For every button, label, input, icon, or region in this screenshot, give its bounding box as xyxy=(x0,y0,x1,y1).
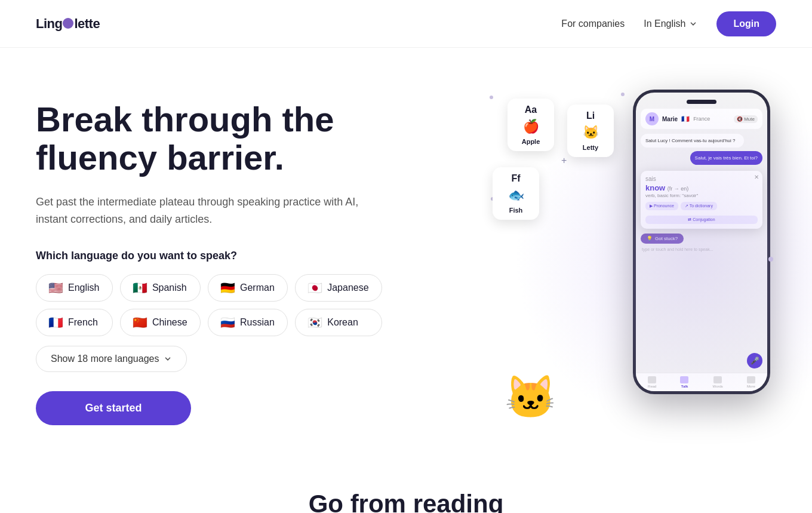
lang-btn-japanese[interactable]: 🇯🇵 Japanese xyxy=(295,274,382,302)
flashcard-li: Li 🐱 Letty xyxy=(567,105,614,157)
lang-label-japanese: Japanese xyxy=(327,282,368,293)
lang-label-russian: Russian xyxy=(240,317,275,328)
bottom-section: Go from reading xyxy=(0,466,812,513)
flashcard-ff-emoji: 🐟 xyxy=(508,188,524,203)
lang-btn-korean[interactable]: 🇰🇷 Korean xyxy=(295,309,382,336)
lang-btn-russian[interactable]: 🇷🇺 Russian xyxy=(208,309,288,336)
dot1 xyxy=(490,96,493,99)
flag-english: 🇺🇸 xyxy=(48,282,63,294)
nav-language-selector[interactable]: In English xyxy=(644,19,697,29)
lang-label-chinese: Chinese xyxy=(152,317,187,328)
lang-btn-english[interactable]: 🇺🇸 English xyxy=(36,274,113,302)
flag-korean: 🇰🇷 xyxy=(307,317,322,328)
language-grid: 🇺🇸 English 🇲🇽 Spanish 🇩🇪 German 🇯🇵 Japan… xyxy=(36,274,382,336)
lang-btn-chinese[interactable]: 🇨🇳 Chinese xyxy=(120,309,201,336)
lang-btn-spanish[interactable]: 🇲🇽 Spanish xyxy=(120,274,201,302)
flag-japanese: 🇯🇵 xyxy=(307,282,322,294)
hero-section: Break through the fluency barrier. Get p… xyxy=(0,48,812,466)
lang-label-korean: Korean xyxy=(327,317,358,328)
cat-mascot: 🐱 xyxy=(505,376,556,418)
flashcard-aa: Aa 🍎 Apple xyxy=(508,99,554,151)
flashcard-ff-label: Fish xyxy=(509,207,523,214)
header: Linglette For companies In English Login xyxy=(0,0,812,48)
flag-french: 🇫🇷 xyxy=(48,317,63,328)
flashcard-aa-emoji: 🍎 xyxy=(523,119,539,134)
lang-btn-german[interactable]: 🇩🇪 German xyxy=(208,274,288,302)
flashcard-ff-letter: Ff xyxy=(511,173,520,184)
lang-label-spanish: Spanish xyxy=(152,282,187,293)
logo[interactable]: Linglette xyxy=(36,16,100,32)
flashcard-li-letter: Li xyxy=(586,110,595,121)
lang-label-english: English xyxy=(68,282,99,293)
flashcard-ff: Ff 🐟 Fish xyxy=(493,167,539,220)
login-button[interactable]: Login xyxy=(716,11,776,36)
flashcard-aa-label: Apple xyxy=(522,138,540,145)
flashcard-li-label: Letty xyxy=(583,144,598,151)
logo-o-icon xyxy=(63,18,73,29)
flag-chinese: 🇨🇳 xyxy=(133,317,147,328)
chevron-down-icon xyxy=(689,20,697,28)
lang-label-french: French xyxy=(68,317,98,328)
hero-left: Break through the fluency barrier. Get p… xyxy=(36,100,382,425)
flag-german: 🇩🇪 xyxy=(220,282,235,294)
language-question: Which language do you want to speak? xyxy=(36,250,382,262)
get-started-button[interactable]: Get started xyxy=(36,391,191,425)
show-more-languages-button[interactable]: Show 18 more languages xyxy=(36,346,187,372)
hero-title: Break through the fluency barrier. xyxy=(36,100,382,177)
bottom-hint-text: Go from reading xyxy=(36,490,776,513)
nav-language-label: In English xyxy=(644,19,685,29)
header-nav: For companies In English Login xyxy=(561,11,776,36)
hero-subtitle: Get past the intermediate plateau throug… xyxy=(36,193,382,228)
flag-spanish: 🇲🇽 xyxy=(133,282,147,294)
nav-companies-link[interactable]: For companies xyxy=(561,19,625,29)
flashcard-li-emoji: 🐱 xyxy=(583,125,599,140)
flashcard-aa-letter: Aa xyxy=(525,105,537,115)
flag-russian: 🇷🇺 xyxy=(220,317,235,328)
chevron-down-small-icon xyxy=(164,355,172,363)
lang-label-german: German xyxy=(240,282,275,293)
show-more-label: Show 18 more languages xyxy=(51,354,159,364)
lang-btn-french[interactable]: 🇫🇷 French xyxy=(36,309,113,336)
